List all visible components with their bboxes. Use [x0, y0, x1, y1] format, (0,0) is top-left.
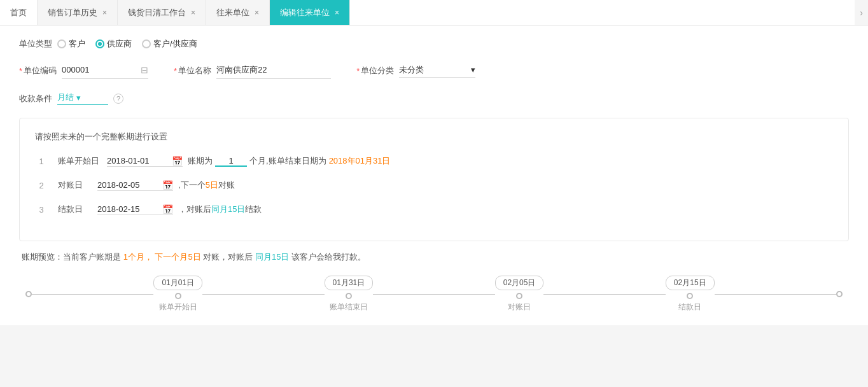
- category-label: 单位分类: [361, 65, 394, 76]
- preview-middle: 对账，对账后: [203, 252, 253, 262]
- period-num-2: 2: [35, 181, 48, 190]
- tab-edit-partner-close[interactable]: ×: [335, 8, 339, 17]
- timeline-line-2: [202, 294, 324, 295]
- tab-cash-daily-close[interactable]: ×: [191, 8, 195, 17]
- category-value: 未分类: [399, 64, 424, 76]
- preview-part1: 1个月，: [123, 252, 153, 262]
- period-row-2: 2 对账日 📅 ,下一个 5日 对账: [35, 179, 833, 191]
- tab-scroll-right[interactable]: ›: [855, 0, 868, 25]
- tab-partner-close[interactable]: ×: [255, 8, 259, 17]
- radio-both-circle: [142, 39, 151, 48]
- radio-customer-circle: [57, 39, 66, 48]
- period-box: 请按照未来的一个完整帐期进行设置 1 账单开始日 📅 账期为 个月,账单结束日期…: [19, 118, 849, 241]
- month-input[interactable]: [215, 156, 247, 167]
- preview-prefix: 账期预览：当前客户账期是: [22, 252, 121, 262]
- payment-row: 收款条件 月结 ▾ ?: [19, 92, 849, 105]
- radio-both[interactable]: 客户/供应商: [142, 38, 197, 50]
- period-label-2: 对账日: [58, 179, 90, 191]
- tab-cash-daily[interactable]: 钱货日清工作台 ×: [118, 0, 206, 25]
- code-required-star: *: [19, 66, 22, 76]
- period-row-3: 3 结款日 📅 ，对账后 同月15日 结款: [35, 204, 833, 215]
- period-num-3: 3: [35, 205, 48, 215]
- preview-text: 账期预览：当前客户账期是 1个月， 下一个月5日 对账，对账后 同月15日 该客…: [19, 251, 849, 263]
- name-field-group: * 单位名称: [174, 62, 331, 79]
- period-suffix-3a: ，对账后: [178, 204, 211, 215]
- period-suffix-2b: 对账: [218, 179, 235, 191]
- name-input-wrapper: [216, 62, 331, 79]
- preview-suffix: 该客户会给我打款。: [291, 252, 366, 262]
- timeline-dot-4: [687, 293, 693, 299]
- name-required-star: *: [174, 66, 177, 76]
- copy-icon[interactable]: ⊟: [141, 65, 148, 75]
- calendar-icon-1[interactable]: 📅: [172, 156, 183, 166]
- preview-part3: 同月15日: [255, 252, 289, 262]
- timeline-label-4: 结款日: [678, 302, 701, 313]
- code-input-wrapper: ⊟: [62, 62, 148, 79]
- period-title: 请按照未来的一个完整帐期进行设置: [35, 131, 833, 143]
- period-label-3: 结款日: [58, 204, 90, 215]
- payment-label: 收款条件: [19, 93, 52, 104]
- tab-cash-daily-label: 钱货日清工作台: [128, 7, 186, 18]
- timeline-dot-1: [175, 293, 181, 299]
- payment-help-icon[interactable]: ?: [113, 94, 123, 104]
- timeline-line-3: [373, 294, 494, 295]
- code-input[interactable]: [62, 62, 138, 77]
- timeline-container: 01月01日 账单开始日 01月31日 账单结束日 02月05日 对账日 02月…: [19, 276, 849, 313]
- code-label: 单位编码: [24, 65, 57, 76]
- radio-customer[interactable]: 客户: [57, 38, 85, 50]
- timeline-badge-4: 02月15日: [666, 276, 715, 290]
- name-input[interactable]: [216, 62, 331, 77]
- timeline-badge-2: 01月31日: [325, 276, 374, 290]
- radio-supplier[interactable]: 供应商: [95, 38, 132, 50]
- main-content: 单位类型 客户 供应商 客户/供应商 * 单位编码 ⊟: [0, 25, 868, 325]
- timeline-dot-3: [516, 293, 522, 299]
- timeline-label-2: 账单结束日: [330, 302, 368, 313]
- code-name-category-row: * 单位编码 ⊟ * 单位名称 * 单位分类 未分类 ▾: [19, 62, 849, 79]
- tab-edit-partner[interactable]: 编辑往来单位 ×: [270, 0, 350, 25]
- timeline-dot-2: [346, 293, 352, 299]
- category-required-star: *: [356, 66, 360, 76]
- period-date-input-3[interactable]: [97, 204, 161, 214]
- code-field-group: * 单位编码 ⊟: [19, 62, 148, 79]
- calendar-icon-3[interactable]: 📅: [162, 204, 173, 215]
- period-date-input-2[interactable]: [97, 180, 161, 190]
- period-date-2: 📅: [97, 180, 173, 191]
- period-suffix-2a: ,下一个: [178, 179, 206, 191]
- unit-type-row: 单位类型 客户 供应商 客户/供应商: [19, 38, 849, 50]
- timeline-badge-3: 02月05日: [495, 276, 544, 290]
- radio-supplier-circle: [95, 39, 104, 48]
- tab-sales-history[interactable]: 销售订单历史 ×: [38, 0, 118, 25]
- period-num-1: 1: [35, 157, 48, 166]
- period-suffix-3b: 结款: [245, 204, 262, 215]
- timeline-label-1: 账单开始日: [159, 302, 197, 313]
- payment-select[interactable]: 月结 ▾: [57, 92, 108, 105]
- period-date-3: 📅: [97, 204, 173, 215]
- period-highlight-2: 5日: [206, 179, 218, 191]
- timeline-line-4: [543, 294, 665, 295]
- tab-partner-label: 往来单位: [216, 7, 249, 18]
- tab-home-label: 首页: [10, 7, 27, 18]
- period-row-1: 1 账单开始日 📅 账期为 个月,账单结束日期为 2018年01月31日: [35, 155, 833, 167]
- unit-type-label: 单位类型: [19, 38, 52, 50]
- period-date-1: 📅: [107, 156, 183, 167]
- period-label-1: 账单开始日: [58, 155, 99, 167]
- timeline-node-1: 01月01日 账单开始日: [153, 276, 202, 313]
- period-date-input-1[interactable]: [107, 156, 171, 165]
- category-caret: ▾: [471, 65, 475, 74]
- timeline-node-3: 02月05日 对账日: [495, 276, 544, 313]
- tab-home[interactable]: 首页: [0, 0, 38, 25]
- timeline-node-2: 01月31日 账单结束日: [325, 276, 374, 313]
- calendar-icon-2[interactable]: 📅: [162, 180, 173, 190]
- timeline-node-4: 02月15日 结款日: [666, 276, 715, 313]
- category-select[interactable]: 未分类 ▾: [399, 64, 475, 78]
- radio-both-label: 客户/供应商: [153, 38, 197, 50]
- preview-part2: 下一个月5日: [155, 252, 200, 262]
- tab-partner[interactable]: 往来单位 ×: [206, 0, 270, 25]
- tab-sales-history-close[interactable]: ×: [102, 8, 107, 17]
- radio-supplier-label: 供应商: [107, 38, 132, 50]
- radio-group-unit-type: 客户 供应商 客户/供应商: [57, 38, 197, 50]
- tab-edit-partner-label: 编辑往来单位: [280, 7, 330, 18]
- category-field-group: * 单位分类 未分类 ▾: [356, 64, 475, 78]
- period-highlight-3: 同月15日: [211, 204, 245, 215]
- tab-sales-history-label: 销售订单历史: [48, 7, 97, 18]
